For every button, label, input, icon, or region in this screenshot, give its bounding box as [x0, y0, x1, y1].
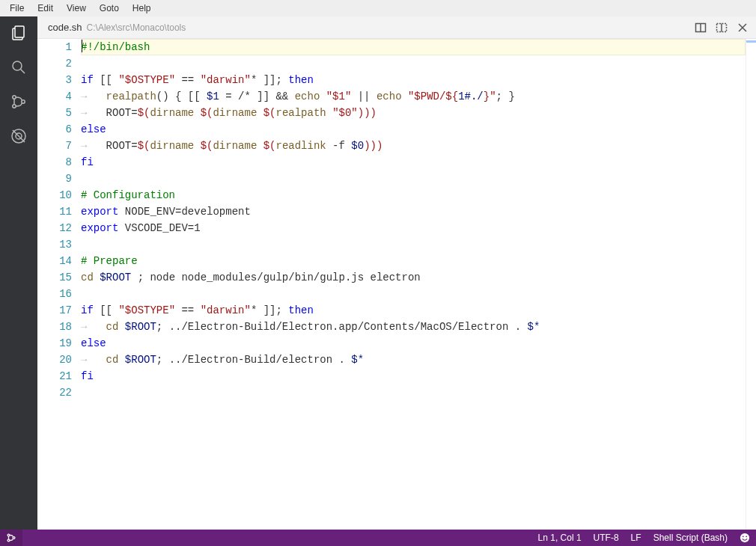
code-line[interactable]: export NODE_ENV=development [81, 203, 746, 220]
token-var: 1#./ [458, 91, 484, 102]
line-number: 12 [37, 220, 72, 236]
menu-help[interactable]: Help [126, 1, 158, 15]
token-string: "$OSTYPE" [118, 304, 175, 316]
feedback-icon[interactable] [734, 530, 756, 546]
line-number: 16 [37, 286, 72, 302]
svg-point-10 [7, 539, 10, 542]
token-op [194, 140, 200, 152]
code-line[interactable]: → cd $ROOT; ../Electron-Build/Electron.a… [81, 319, 746, 335]
status-language[interactable]: Shell Script (Bash) [647, 530, 734, 546]
code-line[interactable]: export VSCODE_DEV=1 [81, 220, 746, 236]
svg-point-11 [13, 537, 15, 539]
code-line[interactable]: fi [81, 154, 746, 171]
token-indent: → [81, 354, 106, 366]
token-op [326, 107, 332, 119]
text-editor[interactable]: 12345678910111213141516171819202122 #!/b… [37, 39, 756, 530]
token-func: realpath [106, 91, 156, 102]
token-op: ; ../Electron-Build/electron . [156, 354, 351, 366]
token-keyword: fi [81, 156, 94, 168]
token-string: "$1" [326, 91, 352, 102]
close-icon[interactable] [737, 22, 749, 34]
line-number: 10 [37, 187, 72, 203]
line-number: 9 [37, 171, 72, 187]
status-eol[interactable]: LF [625, 530, 647, 546]
status-line-col[interactable]: Ln 1, Col 1 [532, 530, 588, 546]
code-line[interactable]: cd $ROOT ; node node_modules/gulp/bin/gu… [81, 269, 746, 286]
svg-point-12 [740, 533, 749, 542]
code-line[interactable] [81, 55, 746, 72]
token-keyword: export [81, 222, 118, 234]
files-icon[interactable] [8, 22, 29, 43]
status-bar: Ln 1, Col 1 UTF-8 LF Shell Script (Bash) [0, 530, 756, 546]
token-keyword: else [81, 337, 106, 349]
svg-point-9 [7, 534, 10, 536]
svg-point-3 [13, 105, 16, 108]
code-line[interactable]: if [[ "$OSTYPE" == "darwin"* ]]; then [81, 72, 746, 88]
code-line[interactable]: else [81, 121, 746, 138]
line-number: 5 [37, 105, 72, 121]
git-icon[interactable] [8, 91, 29, 112]
code-line[interactable] [81, 384, 746, 401]
token-string: $( [201, 140, 213, 152]
show-diff-icon[interactable] [716, 22, 728, 34]
code-line[interactable]: → ROOT=$(dirname $(dirname $(readlink -f… [81, 138, 746, 154]
line-number: 11 [37, 203, 72, 220]
token-op: = /* ]] && [219, 91, 295, 102]
token-op: == [175, 74, 201, 86]
token-op [94, 272, 100, 283]
debug-icon[interactable] [8, 126, 29, 147]
token-func: dirname [150, 107, 194, 119]
svg-point-4 [22, 100, 25, 103]
menu-file[interactable]: File [3, 1, 31, 15]
token-op: ; } [496, 91, 515, 102]
overview-ruler[interactable] [746, 39, 756, 530]
tab-bar: code.sh C:\Alex\src\Monaco\tools [37, 16, 756, 39]
token-comment: # Configuration [81, 189, 175, 201]
svg-point-2 [13, 96, 16, 99]
token-op: * ]]; [251, 74, 288, 86]
split-editor-icon[interactable] [695, 22, 707, 34]
tab-filepath: C:\Alex\src\Monaco\tools [87, 22, 186, 33]
token-string: $( [263, 107, 276, 119]
token-var: $* [351, 354, 364, 366]
code-line[interactable]: #!/bin/bash [81, 39, 746, 55]
token-keyword: else [81, 123, 106, 135]
token-string: ))) [364, 140, 382, 152]
line-number: 18 [37, 319, 72, 335]
code-line[interactable]: if [[ "$OSTYPE" == "darwin"* ]]; then [81, 302, 746, 319]
token-op [118, 321, 124, 333]
status-encoding[interactable]: UTF-8 [588, 530, 625, 546]
menu-view[interactable]: View [60, 1, 93, 15]
code-content[interactable]: #!/bin/bashif [[ "$OSTYPE" == "darwin"* … [81, 39, 746, 530]
code-line[interactable]: fi [81, 368, 746, 384]
line-number: 15 [37, 269, 72, 286]
token-keyword: if [81, 74, 94, 86]
code-line[interactable]: → realpath() { [[ $1 = /* ]] && echo "$1… [81, 88, 746, 105]
line-number: 20 [37, 352, 72, 368]
token-op [402, 91, 408, 102]
code-line[interactable] [81, 171, 746, 187]
token-func: dirname [213, 107, 257, 119]
token-func: cd [106, 354, 119, 366]
code-line[interactable]: → cd $ROOT; ../Electron-Build/electron .… [81, 352, 746, 368]
search-icon[interactable] [8, 57, 29, 78]
token-var: $ROOT [125, 354, 156, 366]
menu-goto[interactable]: Goto [93, 1, 126, 15]
status-git-branch[interactable] [0, 530, 22, 546]
code-line[interactable]: # Prepare [81, 253, 746, 269]
code-line[interactable] [81, 286, 746, 302]
line-number: 7 [37, 138, 72, 154]
token-op: ROOT= [106, 140, 138, 152]
code-line[interactable]: → ROOT=$(dirname $(dirname $(realpath "$… [81, 105, 746, 121]
menu-edit[interactable]: Edit [31, 1, 60, 15]
svg-rect-0 [15, 26, 24, 37]
token-indent: → [81, 107, 106, 119]
code-line[interactable] [81, 236, 746, 253]
code-line[interactable]: # Configuration [81, 187, 746, 203]
token-op: || [351, 91, 377, 102]
line-number: 2 [37, 55, 72, 72]
tab-code-sh[interactable]: code.sh C:\Alex\src\Monaco\tools [37, 16, 193, 38]
svg-point-1 [13, 61, 22, 70]
code-line[interactable]: else [81, 335, 746, 352]
token-op: ROOT= [106, 107, 138, 119]
